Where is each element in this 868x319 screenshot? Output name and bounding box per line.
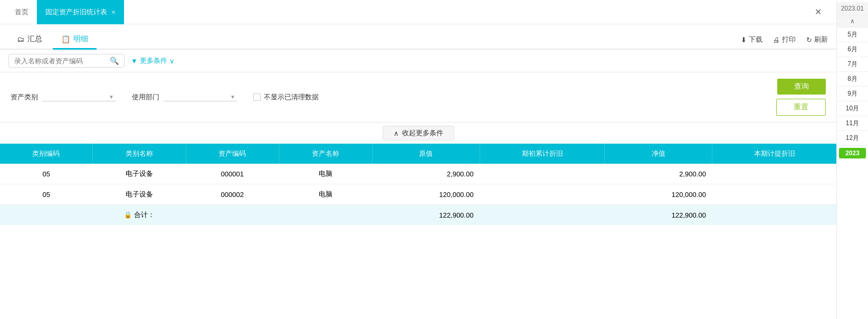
date-month-12[interactable]: 12月 (837, 131, 868, 146)
refresh-label: 刷新 (814, 35, 828, 44)
total-asset-name (279, 205, 373, 226)
cell-accumulated-depreciation (480, 164, 604, 184)
date-year-badge[interactable]: 2023 (839, 148, 866, 158)
date-month-10[interactable]: 10月 (837, 101, 868, 116)
adv-filter-row: 资产类别 ▼ 使用部门 ▼ 不显示已清理数据 (11, 79, 826, 116)
tab-summary-label: 汇总 (27, 34, 42, 44)
content-wrapper: 🗂 汇总 📋 明细 ⬇ 下载 🖨 打印 ↻ (0, 24, 836, 319)
cell-net-value: 2,900.00 (605, 164, 712, 184)
filter-bar: 🔍 ▼ 更多条件 ∨ (0, 50, 836, 72)
close-window-btn[interactable]: ✕ (806, 7, 830, 17)
table-header: 类别编码 类别名称 资产编码 资产名称 原值 期初累计折旧 净值 本期计提折旧 (0, 144, 836, 164)
filter-icon: ▼ (131, 57, 138, 65)
table-container: 类别编码 类别名称 资产编码 资产名称 原值 期初累计折旧 净值 本期计提折旧 … (0, 144, 836, 319)
date-month-5[interactable]: 5月 (837, 27, 868, 42)
reset-btn[interactable]: 重置 (776, 99, 826, 116)
table-row[interactable]: 05 电子设备 000002 电脑 120,000.00 120,000.00 (0, 184, 836, 205)
col-net-value: 净值 (605, 144, 712, 164)
cell-category-code: 05 (0, 184, 92, 205)
col-asset-name: 资产名称 (279, 144, 373, 164)
total-net-value: 122,900.00 (605, 205, 712, 226)
tabs-right: ⬇ 下载 🖨 打印 ↻ 刷新 (741, 35, 828, 49)
cell-asset-name: 电脑 (279, 184, 373, 205)
use-department-select[interactable]: ▼ (164, 93, 237, 101)
date-panel: 2023.01 ∧ 5月 6月 7月 8月 9月 10月 11月 12月 202… (836, 0, 868, 319)
cell-current-depreciation (712, 164, 836, 184)
print-btn[interactable]: 🖨 打印 (773, 35, 796, 44)
col-accumulated-depreciation: 期初累计折旧 (480, 144, 604, 164)
col-current-depreciation: 本期计提折旧 (712, 144, 836, 164)
collapse-icon: ∧ (394, 129, 399, 137)
date-header: 2023.01 (837, 2, 868, 15)
date-month-11[interactable]: 11月 (837, 116, 868, 131)
cell-accumulated-depreciation (480, 184, 604, 205)
asset-category-field: 资产类别 ▼ (11, 92, 116, 102)
col-original-value: 原值 (372, 144, 480, 164)
search-icon[interactable]: 🔍 (110, 57, 119, 65)
col-category-name: 类别名称 (92, 144, 186, 164)
cell-category-name: 电子设备 (92, 184, 186, 205)
date-month-9[interactable]: 9月 (837, 87, 868, 101)
total-row: 🔒 合计： 122,900.00 122,900.00 (0, 205, 836, 226)
date-nav-up[interactable]: ∧ (837, 15, 868, 27)
cell-original-value: 120,000.00 (372, 184, 480, 205)
collapse-btn[interactable]: ∧ 收起更多条件 (383, 126, 454, 140)
cell-asset-code: 000001 (186, 164, 279, 184)
chevron-down-icon: ∨ (169, 57, 175, 65)
total-original-value: 122,900.00 (372, 205, 480, 226)
cell-current-depreciation (712, 184, 836, 205)
table-row[interactable]: 05 电子设备 000001 电脑 2,900.00 2,900.00 (0, 164, 836, 184)
search-input[interactable] (14, 57, 107, 65)
tab-detail-label: 明细 (73, 34, 88, 44)
use-department-field: 使用部门 ▼ (132, 92, 237, 102)
collapse-bar: ∧ 收起更多条件 (0, 123, 836, 144)
col-category-code: 类别编码 (0, 144, 92, 164)
close-tab-btn[interactable]: × (111, 8, 116, 16)
asset-category-select[interactable]: ▼ (42, 93, 116, 101)
download-icon: ⬇ (741, 36, 747, 44)
tab-detail[interactable]: 📋 明细 (53, 30, 97, 50)
active-tab[interactable]: 固定资产折旧统计表 × (37, 0, 124, 24)
print-icon: 🖨 (773, 36, 780, 44)
download-label: 下载 (749, 35, 762, 44)
adv-filter: 资产类别 ▼ 使用部门 ▼ 不显示已清理数据 (0, 72, 836, 123)
refresh-icon: ↻ (806, 36, 812, 44)
tabs-row: 🗂 汇总 📋 明细 ⬇ 下载 🖨 打印 ↻ (0, 24, 836, 50)
more-conditions-btn[interactable]: ▼ 更多条件 ∨ (131, 56, 175, 65)
col-asset-code: 资产编码 (186, 144, 279, 164)
total-accumulated (480, 205, 604, 226)
refresh-btn[interactable]: ↻ 刷新 (806, 35, 828, 44)
cell-net-value: 120,000.00 (605, 184, 712, 205)
total-label-cell: 🔒 合计： (0, 205, 279, 226)
cell-asset-code: 000002 (186, 184, 279, 205)
total-current (712, 205, 836, 226)
data-table: 类别编码 类别名称 资产编码 资产名称 原值 期初累计折旧 净值 本期计提折旧 … (0, 144, 836, 225)
tab-summary[interactable]: 🗂 汇总 (8, 30, 51, 50)
print-label: 打印 (782, 35, 796, 44)
top-nav: 首页 固定资产折旧统计表 × ✕ (0, 0, 836, 24)
collapse-label: 收起更多条件 (402, 128, 443, 138)
date-month-6[interactable]: 6月 (837, 42, 868, 57)
asset-category-arrow: ▼ (109, 94, 114, 100)
hide-cleared-field[interactable]: 不显示已清理数据 (253, 92, 319, 102)
asset-category-label: 资产类别 (11, 92, 38, 102)
active-tab-label: 固定资产折旧统计表 (45, 7, 107, 17)
total-label-text: 合计： (134, 210, 155, 220)
total-icon: 🔒 (124, 211, 132, 219)
cell-original-value: 2,900.00 (372, 164, 480, 184)
more-conditions-label: 更多条件 (140, 56, 167, 65)
hide-cleared-checkbox[interactable] (253, 93, 261, 101)
use-department-arrow: ▼ (230, 94, 235, 100)
hide-cleared-label: 不显示已清理数据 (264, 92, 319, 102)
nav-home[interactable]: 首页 (6, 7, 37, 17)
table-body: 05 电子设备 000001 电脑 2,900.00 2,900.00 05 电… (0, 164, 836, 225)
search-wrapper[interactable]: 🔍 (8, 54, 125, 68)
cell-asset-name: 电脑 (279, 164, 373, 184)
filter-actions: 查询 重置 (776, 79, 826, 116)
cell-category-name: 电子设备 (92, 164, 186, 184)
download-btn[interactable]: ⬇ 下载 (741, 35, 762, 44)
date-month-8[interactable]: 8月 (837, 72, 868, 87)
cell-category-code: 05 (0, 164, 92, 184)
date-month-7[interactable]: 7月 (837, 57, 868, 72)
query-btn[interactable]: 查询 (777, 79, 826, 95)
